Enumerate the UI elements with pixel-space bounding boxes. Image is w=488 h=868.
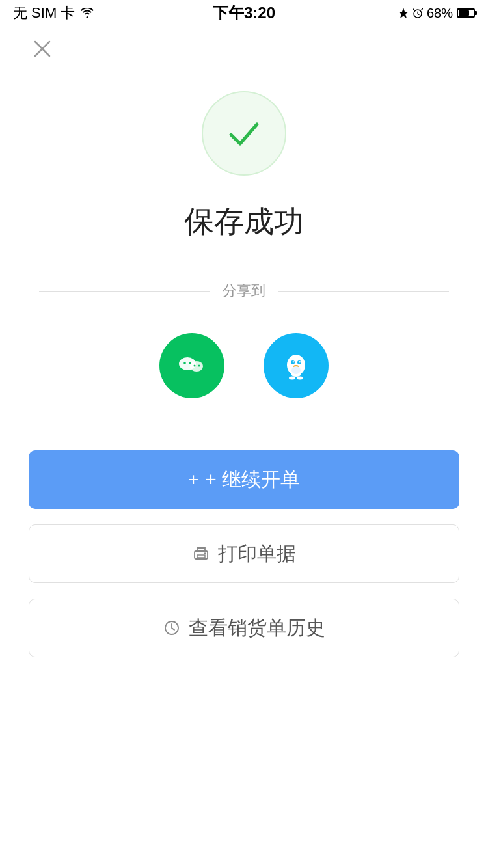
- success-title: 保存成功: [184, 202, 304, 242]
- svg-point-16: [299, 361, 301, 362]
- svg-point-6: [189, 362, 191, 364]
- svg-point-18: [291, 366, 301, 374]
- print-receipt-label: 打印单据: [218, 541, 296, 567]
- svg-point-21: [204, 552, 206, 554]
- share-divider: 分享到: [0, 281, 488, 301]
- success-icon-circle: [202, 91, 286, 176]
- main-content: 保存成功 分享到: [0, 26, 488, 657]
- wechat-icon: [173, 347, 211, 385]
- print-receipt-button[interactable]: 打印单据: [29, 524, 459, 583]
- sim-status: 无 SIM 卡: [13, 3, 75, 23]
- view-history-label: 查看销货单历史: [189, 615, 325, 642]
- svg-point-4: [190, 361, 203, 372]
- battery-percent: 68%: [427, 6, 453, 21]
- divider-line-left: [39, 291, 210, 292]
- location-icon: [398, 8, 409, 18]
- print-icon: [192, 545, 210, 563]
- wifi-icon: [80, 8, 94, 18]
- alarm-icon: [413, 8, 423, 18]
- status-left: 无 SIM 卡: [13, 3, 94, 23]
- status-right: 68%: [398, 6, 475, 21]
- svg-point-5: [183, 362, 186, 364]
- divider-line-right: [278, 291, 449, 292]
- close-button[interactable]: [26, 33, 59, 65]
- continue-order-label: + 继续开单: [205, 467, 300, 493]
- history-icon: [163, 619, 181, 637]
- svg-point-7: [194, 365, 196, 367]
- share-label: 分享到: [210, 281, 278, 301]
- status-bar: 无 SIM 卡 下午3:20 68%: [0, 0, 488, 26]
- svg-point-12: [297, 377, 303, 380]
- svg-point-8: [198, 365, 200, 367]
- status-time: 下午3:20: [213, 3, 275, 23]
- continue-order-button[interactable]: + + 继续开单: [29, 450, 459, 509]
- svg-point-15: [293, 361, 294, 362]
- svg-rect-20: [197, 555, 205, 558]
- plus-icon: +: [188, 469, 198, 490]
- battery-icon: [457, 8, 475, 18]
- qq-icon: [277, 347, 315, 385]
- wechat-share-button[interactable]: [159, 333, 224, 398]
- view-history-button[interactable]: 查看销货单历史: [29, 599, 459, 657]
- svg-point-11: [289, 377, 295, 380]
- share-icons-row: [159, 333, 329, 398]
- action-buttons: + + 继续开单 打印单据 查看销货单历史: [0, 450, 488, 657]
- qq-share-button[interactable]: [264, 333, 329, 398]
- checkmark-icon: [224, 114, 264, 153]
